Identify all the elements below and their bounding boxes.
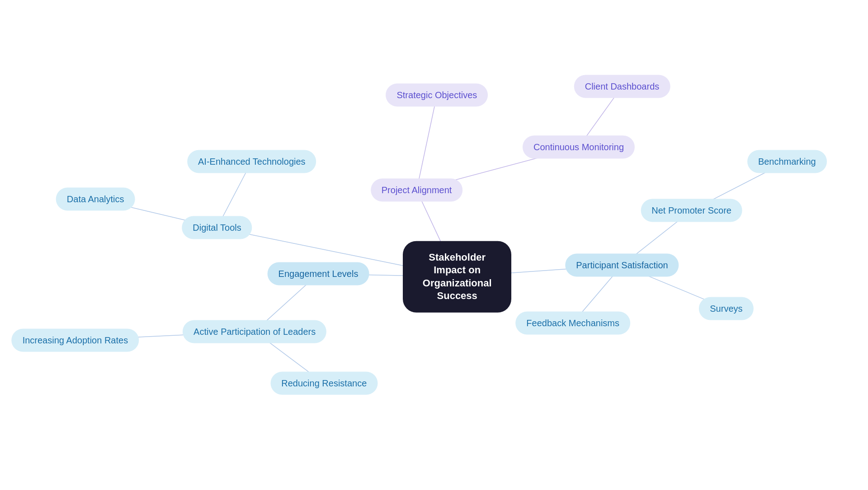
svg-line-11 (457, 265, 622, 276)
svg-line-9 (75, 332, 255, 340)
svg-line-1 (417, 95, 437, 190)
svg-line-3 (579, 86, 622, 147)
svg-line-8 (255, 274, 318, 331)
svg-line-7 (318, 274, 457, 276)
svg-line-13 (692, 162, 787, 210)
svg-line-14 (622, 265, 726, 309)
svg-line-0 (417, 190, 458, 276)
svg-line-15 (573, 265, 622, 323)
svg-line-5 (217, 162, 252, 228)
svg-line-2 (417, 147, 579, 190)
mind-map-canvas: .conn-line { stroke: #b0c8e8; stroke-wid… (0, 0, 868, 490)
svg-line-12 (622, 210, 692, 265)
svg-line-6 (95, 199, 217, 228)
svg-line-4 (217, 228, 457, 276)
svg-line-10 (255, 332, 324, 384)
